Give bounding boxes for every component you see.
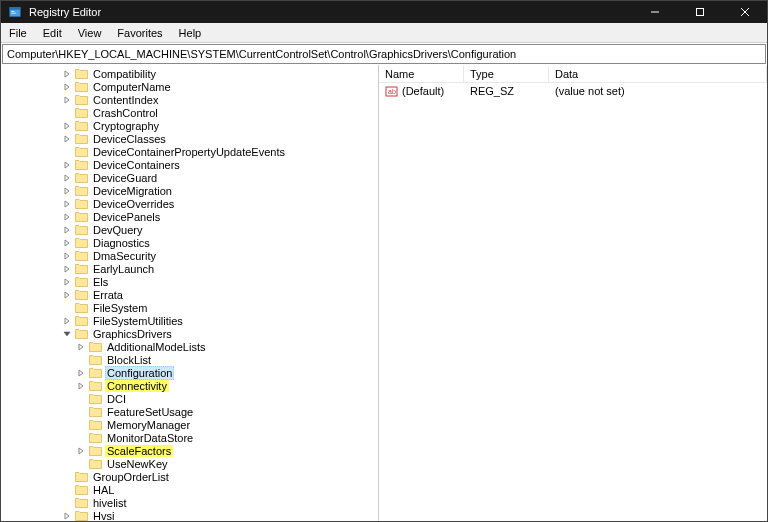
col-header-name[interactable]: Name — [379, 66, 464, 82]
tree-row[interactable]: CrashControl — [1, 106, 378, 119]
tree-label[interactable]: ContentIndex — [91, 94, 160, 106]
expander-closed-icon[interactable] — [61, 315, 73, 327]
expander-closed-icon[interactable] — [61, 211, 73, 223]
tree-row[interactable]: DeviceGuard — [1, 171, 378, 184]
tree-row[interactable]: DCI — [1, 392, 378, 405]
maximize-button[interactable] — [677, 1, 722, 23]
expander-closed-icon[interactable] — [61, 68, 73, 80]
expander-closed-icon[interactable] — [61, 250, 73, 262]
tree-label[interactable]: MonitorDataStore — [105, 432, 195, 444]
tree-row[interactable]: Cryptography — [1, 119, 378, 132]
menu-help[interactable]: Help — [171, 25, 210, 41]
tree-row[interactable]: FileSystemUtilities — [1, 314, 378, 327]
menu-edit[interactable]: Edit — [35, 25, 70, 41]
menu-file[interactable]: File — [1, 25, 35, 41]
tree-label[interactable]: UseNewKey — [105, 458, 170, 470]
expander-closed-icon[interactable] — [61, 289, 73, 301]
expander-closed-icon[interactable] — [75, 367, 87, 379]
tree-label[interactable]: FeatureSetUsage — [105, 406, 195, 418]
expander-closed-icon[interactable] — [61, 120, 73, 132]
tree-row[interactable]: HAL — [1, 483, 378, 496]
minimize-button[interactable] — [632, 1, 677, 23]
tree-row[interactable]: Els — [1, 275, 378, 288]
tree-pane[interactable]: CompatibilityComputerNameContentIndexCra… — [1, 65, 379, 521]
tree-row[interactable]: hivelist — [1, 496, 378, 509]
tree-row[interactable]: DevicePanels — [1, 210, 378, 223]
expander-closed-icon[interactable] — [61, 81, 73, 93]
tree-label[interactable]: hivelist — [91, 497, 129, 509]
tree-label[interactable]: Cryptography — [91, 120, 161, 132]
tree-row[interactable]: DevQuery — [1, 223, 378, 236]
tree-label[interactable]: FileSystem — [91, 302, 149, 314]
tree-row[interactable]: DmaSecurity — [1, 249, 378, 262]
tree-label[interactable]: GroupOrderList — [91, 471, 171, 483]
tree-label[interactable]: Configuration — [105, 366, 174, 380]
tree-row[interactable]: ContentIndex — [1, 93, 378, 106]
tree-row[interactable]: FeatureSetUsage — [1, 405, 378, 418]
tree-row[interactable]: Diagnostics — [1, 236, 378, 249]
expander-closed-icon[interactable] — [75, 380, 87, 392]
col-header-data[interactable]: Data — [549, 66, 767, 82]
tree-row[interactable]: AdditionalModeLists — [1, 340, 378, 353]
tree-row[interactable]: DeviceClasses — [1, 132, 378, 145]
expander-closed-icon[interactable] — [61, 159, 73, 171]
tree-label[interactable]: DCI — [105, 393, 128, 405]
tree-label[interactable]: DeviceOverrides — [91, 198, 176, 210]
tree-row[interactable]: DeviceContainers — [1, 158, 378, 171]
tree-label[interactable]: HAL — [91, 484, 116, 496]
tree-label[interactable]: BlockList — [105, 354, 153, 366]
tree-row[interactable]: MemoryManager — [1, 418, 378, 431]
expander-closed-icon[interactable] — [61, 263, 73, 275]
tree-row[interactable]: MonitorDataStore — [1, 431, 378, 444]
tree-label[interactable]: DmaSecurity — [91, 250, 158, 262]
expander-closed-icon[interactable] — [61, 172, 73, 184]
tree-row[interactable]: Errata — [1, 288, 378, 301]
list-row[interactable]: ab(Default)REG_SZ(value not set) — [379, 83, 767, 99]
tree-label[interactable]: AdditionalModeLists — [105, 341, 207, 353]
tree-label[interactable]: DeviceGuard — [91, 172, 159, 184]
tree-label[interactable]: Connectivity — [105, 380, 169, 392]
menu-favorites[interactable]: Favorites — [109, 25, 170, 41]
tree-label[interactable]: DeviceContainers — [91, 159, 182, 171]
tree-label[interactable]: DeviceClasses — [91, 133, 168, 145]
tree-row[interactable]: Configuration — [1, 366, 378, 379]
tree-row[interactable]: Hvsi — [1, 509, 378, 521]
tree-row[interactable]: Compatibility — [1, 67, 378, 80]
tree-row[interactable]: DeviceMigration — [1, 184, 378, 197]
tree-row[interactable]: Connectivity — [1, 379, 378, 392]
tree-label[interactable]: Els — [91, 276, 110, 288]
tree-row[interactable]: UseNewKey — [1, 457, 378, 470]
tree-label[interactable]: Errata — [91, 289, 125, 301]
tree-row[interactable]: FileSystem — [1, 301, 378, 314]
expander-closed-icon[interactable] — [75, 341, 87, 353]
list-pane[interactable]: Name Type Data ab(Default)REG_SZ(value n… — [379, 65, 767, 521]
col-header-type[interactable]: Type — [464, 66, 549, 82]
tree-row[interactable]: DeviceOverrides — [1, 197, 378, 210]
tree-row[interactable]: EarlyLaunch — [1, 262, 378, 275]
tree-label[interactable]: DeviceContainerPropertyUpdateEvents — [91, 146, 287, 158]
expander-closed-icon[interactable] — [61, 237, 73, 249]
tree-label[interactable]: DevQuery — [91, 224, 145, 236]
menu-view[interactable]: View — [70, 25, 110, 41]
expander-closed-icon[interactable] — [61, 224, 73, 236]
tree-label[interactable]: GraphicsDrivers — [91, 328, 174, 340]
expander-closed-icon[interactable] — [75, 445, 87, 457]
expander-closed-icon[interactable] — [61, 276, 73, 288]
address-bar[interactable]: Computer\HKEY_LOCAL_MACHINE\SYSTEM\Curre… — [2, 44, 766, 64]
close-button[interactable] — [722, 1, 767, 23]
expander-closed-icon[interactable] — [61, 94, 73, 106]
tree-label[interactable]: Compatibility — [91, 68, 158, 80]
tree-label[interactable]: DevicePanels — [91, 211, 162, 223]
tree-row[interactable]: DeviceContainerPropertyUpdateEvents — [1, 145, 378, 158]
titlebar[interactable]: Registry Editor — [1, 1, 767, 23]
tree-label[interactable]: DeviceMigration — [91, 185, 174, 197]
tree-row[interactable]: BlockList — [1, 353, 378, 366]
expander-open-icon[interactable] — [61, 328, 73, 340]
tree-label[interactable]: ComputerName — [91, 81, 173, 93]
tree-row[interactable]: ScaleFactors — [1, 444, 378, 457]
tree-label[interactable]: ScaleFactors — [105, 445, 173, 457]
expander-closed-icon[interactable] — [61, 133, 73, 145]
tree-row[interactable]: ComputerName — [1, 80, 378, 93]
expander-closed-icon[interactable] — [61, 510, 73, 522]
tree-label[interactable]: FileSystemUtilities — [91, 315, 185, 327]
